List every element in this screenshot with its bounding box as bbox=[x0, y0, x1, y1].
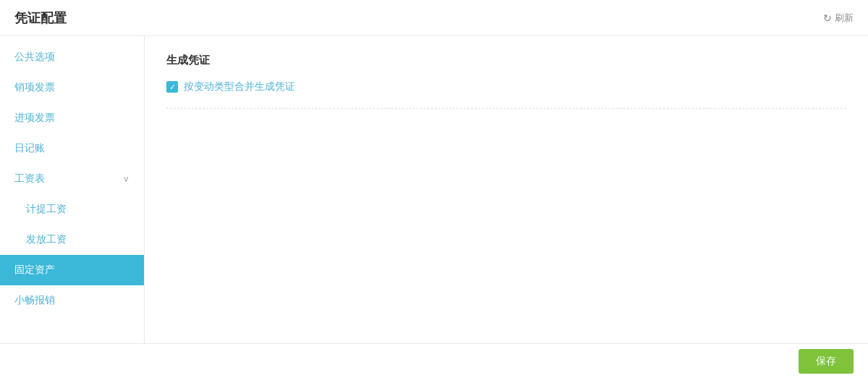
page-title: 凭证配置 bbox=[14, 9, 67, 27]
sidebar-item-label: 日记账 bbox=[14, 142, 45, 155]
sidebar-item-label: 公共选项 bbox=[14, 51, 55, 64]
sidebar-item-label: 固定资产 bbox=[14, 264, 55, 277]
refresh-icon: ↻ bbox=[823, 12, 832, 24]
check-icon: ✓ bbox=[169, 83, 176, 91]
page-header: 凭证配置 ↻ 刷新 bbox=[0, 0, 868, 36]
merge-checkbox[interactable]: ✓ bbox=[166, 81, 178, 93]
sidebar-item-sales-invoice[interactable]: 销项发票 bbox=[0, 72, 144, 103]
content-area: 生成凭证 ✓ 按变动类型合并生成凭证 bbox=[145, 36, 868, 343]
sidebar-item-label: 计提工资 bbox=[26, 203, 67, 216]
sidebar-item-label: 小畅报销 bbox=[14, 294, 55, 307]
sidebar-item-journal[interactable]: 日记账 bbox=[0, 133, 144, 164]
checkbox-label[interactable]: 按变动类型合并生成凭证 bbox=[184, 80, 295, 93]
save-button[interactable]: 保存 bbox=[799, 349, 854, 374]
section-divider bbox=[166, 108, 846, 109]
sidebar-item-payroll-distribute[interactable]: 发放工资 bbox=[0, 224, 144, 255]
sidebar-item-label: 发放工资 bbox=[26, 233, 67, 246]
sidebar-item-label: 进项发票 bbox=[14, 112, 55, 125]
sidebar-item-payroll-table[interactable]: 工资表∨ bbox=[0, 164, 144, 194]
checkbox-row: ✓ 按变动类型合并生成凭证 bbox=[166, 80, 846, 93]
sidebar: 公共选项销项发票进项发票日记账工资表∨计提工资发放工资固定资产小畅报销 bbox=[0, 36, 145, 343]
sidebar-item-fixed-assets[interactable]: 固定资产 bbox=[0, 255, 144, 285]
sidebar-item-label: 工资表 bbox=[14, 172, 45, 185]
main-layout: 公共选项销项发票进项发票日记账工资表∨计提工资发放工资固定资产小畅报销 生成凭证… bbox=[0, 36, 868, 343]
chevron-down-icon: ∨ bbox=[123, 174, 129, 184]
sidebar-item-expense-reimbursement[interactable]: 小畅报销 bbox=[0, 285, 144, 316]
sidebar-item-label: 销项发票 bbox=[14, 81, 55, 94]
sidebar-item-payroll-accrual[interactable]: 计提工资 bbox=[0, 194, 144, 224]
refresh-label: 刷新 bbox=[835, 12, 854, 25]
sidebar-item-purchase-invoice[interactable]: 进项发票 bbox=[0, 103, 144, 133]
bottom-bar: 保存 bbox=[0, 343, 868, 378]
refresh-button[interactable]: ↻ 刷新 bbox=[823, 12, 854, 25]
sidebar-item-public-options[interactable]: 公共选项 bbox=[0, 42, 144, 72]
section-title: 生成凭证 bbox=[166, 54, 846, 67]
